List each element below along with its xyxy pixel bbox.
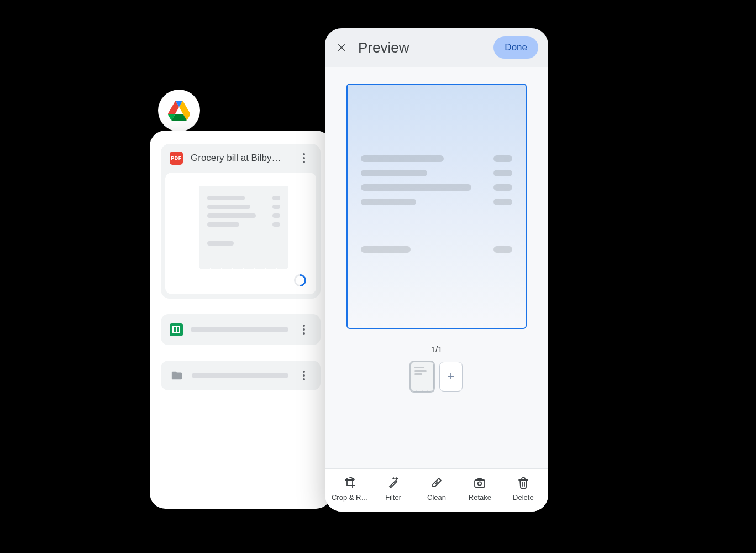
- trash-icon: [516, 476, 531, 490]
- magic-wand-icon: [386, 476, 401, 490]
- tool-label: Filter: [385, 493, 401, 502]
- page-thumbnail-row: +: [411, 362, 463, 392]
- preview-header: Preview Done: [325, 28, 548, 67]
- tool-label: Delete: [513, 493, 534, 502]
- camera-icon: [473, 476, 487, 490]
- google-drive-icon: [168, 101, 190, 121]
- file-title-placeholder: [192, 373, 288, 378]
- drive-badge: [158, 90, 200, 132]
- folder-icon: [170, 369, 184, 382]
- preview-title: Preview: [358, 39, 484, 56]
- scan-preview-frame[interactable]: [347, 84, 527, 329]
- file-more-button[interactable]: [296, 371, 312, 380]
- receipt-illustration: [200, 186, 288, 269]
- filter-button[interactable]: Filter: [371, 476, 414, 502]
- retake-button[interactable]: Retake: [458, 476, 501, 502]
- sheets-icon: [170, 323, 183, 336]
- page-indicator: 1/1: [431, 345, 443, 354]
- tool-label: Clean: [427, 493, 446, 502]
- file-more-button[interactable]: [296, 153, 312, 163]
- delete-button[interactable]: Delete: [502, 476, 545, 502]
- page-thumbnail[interactable]: [411, 362, 434, 392]
- close-button[interactable]: [335, 41, 348, 54]
- svg-rect-0: [475, 480, 485, 487]
- eraser-icon: [429, 476, 444, 490]
- close-icon: [337, 43, 347, 53]
- file-tile-pdf[interactable]: PDF Grocery bill at Bilby…: [161, 144, 321, 299]
- file-title-placeholder: [191, 327, 288, 332]
- crop-rotate-icon: [343, 476, 357, 490]
- clean-button[interactable]: Clean: [415, 476, 458, 502]
- crop-rotate-button[interactable]: Crop & R…: [328, 476, 371, 502]
- file-thumbnail: [165, 173, 316, 294]
- done-button[interactable]: Done: [494, 36, 538, 59]
- upload-spinner-icon: [291, 272, 308, 289]
- file-more-button[interactable]: [296, 325, 312, 335]
- file-tile-sheets[interactable]: [161, 314, 321, 345]
- drive-file-list-card: PDF Grocery bill at Bilby…: [150, 131, 332, 509]
- pdf-icon: PDF: [170, 152, 183, 165]
- svg-point-1: [478, 482, 481, 485]
- tool-label: Crop & R…: [332, 493, 368, 502]
- scan-preview-panel: Preview Done 1/1 +: [325, 28, 548, 512]
- add-page-button[interactable]: +: [439, 362, 463, 392]
- file-title: Grocery bill at Bilby…: [191, 153, 288, 164]
- tool-label: Retake: [469, 493, 491, 502]
- preview-toolbar: Crop & R… Filter Clean Retake Delete: [325, 468, 548, 512]
- file-tile-folder[interactable]: [161, 361, 321, 390]
